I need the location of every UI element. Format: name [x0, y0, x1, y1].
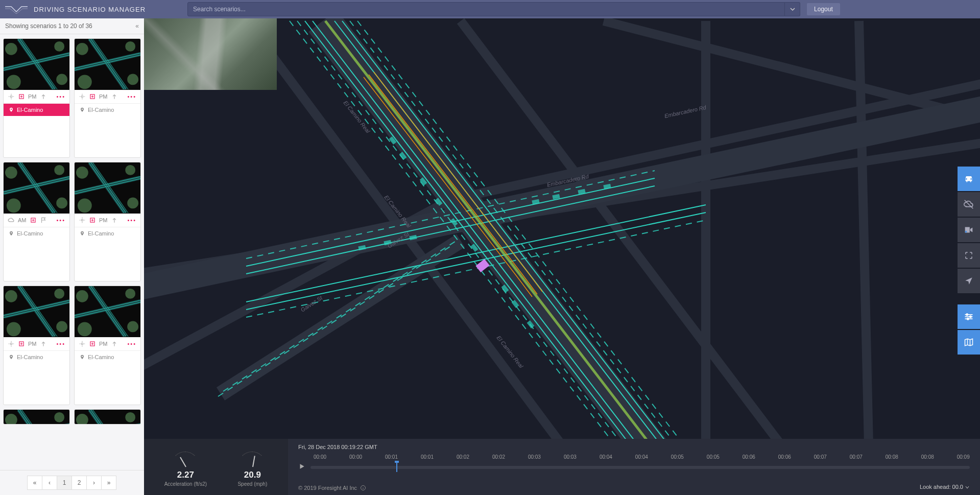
plus-icon[interactable] — [89, 93, 96, 100]
time-badge: PM — [28, 93, 37, 100]
plus-icon[interactable] — [18, 340, 25, 347]
scenario-toolbar: PM ••• — [4, 90, 69, 104]
car-icon — [963, 173, 974, 184]
scenario-thumbnail[interactable] — [75, 286, 140, 337]
plus-icon[interactable] — [30, 217, 37, 224]
scenario-card[interactable] — [74, 409, 141, 425]
time-badge: AM — [18, 217, 27, 223]
target-icon[interactable] — [79, 93, 86, 100]
scenario-location[interactable]: El-Camino — [75, 351, 140, 363]
location-label: El-Camino — [17, 354, 43, 360]
page-last-button[interactable]: » — [101, 476, 116, 490]
page-next-button[interactable]: › — [86, 476, 102, 490]
scenario-card[interactable]: PM ••• El-Camino — [74, 38, 141, 158]
timeline-tick: 00:00 — [314, 454, 326, 460]
svg-point-15 — [56, 197, 67, 208]
map-icon — [964, 337, 974, 347]
more-menu-button[interactable]: ••• — [127, 93, 136, 100]
timeline-playhead[interactable] — [396, 463, 397, 472]
scenario-location[interactable]: El-Camino — [4, 227, 69, 240]
svg-point-8 — [78, 75, 92, 89]
scenario-location[interactable]: El-Camino — [75, 104, 140, 116]
scenario-thumbnail[interactable] — [4, 39, 69, 90]
svg-point-27 — [10, 343, 12, 345]
plus-icon[interactable] — [89, 340, 96, 347]
scenario-card[interactable] — [3, 409, 70, 425]
scenario-thumbnail[interactable] — [75, 162, 140, 214]
timeline-tick: 00:00 — [349, 454, 362, 460]
scenario-thumbnail[interactable] — [75, 410, 140, 425]
timeline-tick: 00:08 — [886, 454, 898, 460]
timeline-tick: 00:03 — [528, 454, 541, 460]
timeline-tick: 00:07 — [850, 454, 863, 460]
play-button[interactable] — [298, 463, 305, 472]
more-menu-button[interactable]: ••• — [127, 217, 136, 223]
target-icon[interactable] — [79, 340, 86, 347]
more-menu-button[interactable]: ••• — [56, 93, 65, 100]
aerial-inset-view[interactable] — [144, 18, 277, 90]
map-viewport[interactable]: El Camino Real El Camino Real El Camino … — [144, 18, 980, 495]
chevron-down-icon[interactable] — [965, 485, 970, 490]
timeline-track[interactable] — [310, 466, 970, 469]
svg-point-32 — [127, 321, 138, 332]
timeline-tick: 00:02 — [492, 454, 505, 460]
app-header: DRIVING SCENARIO MANAGER Logout — [0, 0, 980, 18]
scenario-card[interactable]: AM ••• El-Camino — [3, 162, 70, 281]
time-badge: PM — [99, 217, 108, 223]
flag-icon[interactable] — [40, 217, 47, 224]
svg-point-20 — [127, 197, 138, 208]
page-prev-button[interactable]: ‹ — [42, 476, 57, 490]
more-menu-button[interactable]: ••• — [127, 341, 136, 347]
scenario-card[interactable]: PM ••• El-Camino — [3, 38, 70, 158]
svg-point-12 — [5, 167, 17, 179]
lookahead-display: Look ahead: 00.0 — [920, 484, 970, 490]
svg-point-65 — [970, 316, 971, 317]
cloud-layer-button[interactable] — [958, 192, 980, 217]
arrow-up-icon[interactable] — [40, 93, 47, 100]
svg-point-17 — [76, 167, 88, 179]
more-menu-button[interactable]: ••• — [56, 217, 65, 223]
scenario-location[interactable]: El-Camino — [4, 351, 69, 363]
fullscreen-button[interactable] — [958, 243, 980, 268]
navigation-button[interactable] — [958, 269, 980, 293]
settings-layer-button[interactable] — [958, 304, 980, 329]
timeline-tick: 00:08 — [921, 454, 934, 460]
target-icon[interactable] — [79, 217, 86, 224]
map-layer-button[interactable] — [958, 330, 980, 355]
page-first-button[interactable]: « — [27, 476, 42, 490]
scenario-card[interactable]: PM ••• El-Camino — [74, 162, 141, 281]
arrow-up-icon[interactable] — [111, 93, 118, 100]
sliders-icon — [964, 312, 974, 322]
svg-point-33 — [81, 343, 83, 345]
arrow-up-icon[interactable] — [111, 217, 118, 224]
target-icon[interactable] — [8, 340, 15, 347]
scenario-thumbnail[interactable] — [4, 410, 69, 425]
svg-point-1 — [54, 41, 64, 52]
arrow-up-icon[interactable] — [111, 340, 118, 347]
acceleration-metric: 2.27 Acceleration (ft/s2) — [164, 447, 207, 487]
sidebar-header: Showing scenarios 1 to 20 of 36 « — [0, 18, 144, 34]
scenario-thumbnail[interactable] — [4, 162, 69, 214]
scenario-thumbnail[interactable] — [75, 39, 140, 90]
camera-button[interactable] — [958, 218, 980, 242]
cloud-off-icon — [963, 199, 974, 210]
scenario-thumbnail[interactable] — [4, 286, 69, 337]
scenario-card[interactable]: PM ••• El-Camino — [74, 286, 141, 405]
search-input[interactable] — [187, 2, 785, 16]
info-icon[interactable] — [360, 485, 366, 491]
scenario-card[interactable]: PM ••• El-Camino — [3, 286, 70, 405]
plus-icon[interactable] — [18, 93, 25, 100]
search-dropdown-button[interactable] — [785, 2, 800, 16]
more-menu-button[interactable]: ••• — [56, 341, 65, 347]
vehicle-layer-button[interactable] — [958, 167, 980, 191]
plus-icon[interactable] — [89, 217, 96, 224]
arrow-up-icon[interactable] — [40, 340, 47, 347]
collapse-sidebar-button[interactable]: « — [135, 22, 139, 30]
scenario-location[interactable]: El-Camino — [4, 104, 69, 116]
page-1-button[interactable]: 1 — [57, 476, 72, 490]
scenario-location[interactable]: El-Camino — [75, 227, 140, 240]
target-icon[interactable] — [8, 93, 15, 100]
logout-button[interactable]: Logout — [806, 3, 841, 16]
timeline-ticks: 00:0000:0000:0100:0100:0200:0200:0300:03… — [298, 454, 970, 460]
page-2-button[interactable]: 2 — [71, 476, 87, 490]
